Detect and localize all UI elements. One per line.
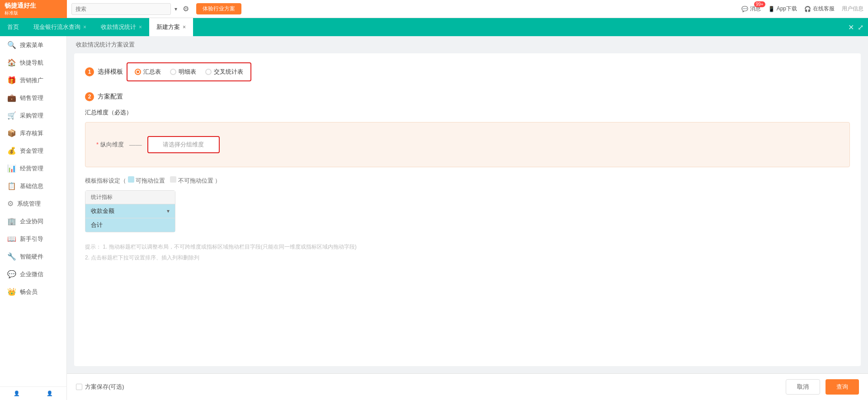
enterprise-icon: 🏢: [7, 217, 16, 226]
tab-bar: 首页 现金银行流水查询 × 收款情况统计 × 新建方案 × ✕ ⤢: [0, 18, 868, 36]
tab-home[interactable]: 首页: [0, 18, 26, 36]
tab-new-plan[interactable]: 新建方案 ×: [149, 18, 193, 36]
sidebar-basic-label: 基础信息: [20, 182, 43, 190]
indicator-subtotal: 合计: [85, 218, 175, 232]
search-input[interactable]: [71, 3, 171, 15]
sidebar-avatar1[interactable]: 👤: [14, 391, 20, 396]
option-cross[interactable]: 交叉统计表: [205, 68, 243, 76]
logo: 畅捷通好生 标准版: [0, 0, 67, 18]
legend-draggable-box: [128, 176, 134, 183]
sidebar-item-marketing[interactable]: 🎁 营销推广: [0, 71, 66, 89]
sidebar-member-label: 畅会员: [20, 288, 38, 296]
system-icon: ⚙: [7, 199, 14, 208]
weixin-icon: 💬: [7, 270, 16, 278]
sidebar-item-operation[interactable]: 📊 经营管理: [0, 160, 66, 177]
sidebar-item-hardware[interactable]: 🔧 智能硬件: [0, 248, 66, 265]
tab-bank-close[interactable]: ×: [83, 24, 86, 30]
save-checkbox[interactable]: [76, 384, 82, 390]
sidebar-marketing-label: 营销推广: [20, 76, 43, 85]
legend-fixed-box: [170, 176, 176, 183]
page-title: 收款情况统计方案设置: [67, 36, 868, 53]
sales-icon: 💼: [7, 94, 16, 102]
step2-title: 方案配置: [98, 93, 123, 101]
option-detail[interactable]: 明细表: [170, 68, 196, 76]
indicators-header: 模板指标设定（ 可拖动位置 不可拖动位置 ）: [85, 176, 850, 185]
download-button[interactable]: 📱 App下载: [768, 5, 797, 13]
tab-maximize[interactable]: ⤢: [858, 23, 863, 32]
stat-label: 统计指标: [85, 191, 175, 204]
step2-header: 2 方案配置: [85, 92, 850, 101]
home-icon: 🏠: [7, 58, 16, 67]
sidebar-item-sales[interactable]: 💼 销售管理: [0, 89, 66, 107]
sidebar-item-enterprise[interactable]: 🏢 企业协同: [0, 212, 66, 230]
step2-section: 2 方案配置 汇总维度（必选） * 纵向维度 ——: [85, 92, 850, 263]
sidebar-search-label: 搜索菜单: [20, 41, 43, 49]
radio-cross[interactable]: [205, 69, 212, 75]
step1-header: 1 选择模板 汇总表 明细表 交叉统计表: [85, 62, 850, 81]
radio-detail[interactable]: [170, 69, 176, 75]
tab-home-label: 首页: [7, 23, 19, 31]
tab-receipt-close[interactable]: ×: [139, 24, 142, 30]
message-icon: 💬: [741, 6, 748, 12]
template-options: 汇总表 明细表 交叉统计表: [127, 62, 251, 81]
dimension-select[interactable]: 请选择分组维度: [147, 136, 220, 153]
sidebar-item-finance[interactable]: 💰 资金管理: [0, 142, 66, 160]
support-icon: 🎧: [804, 6, 811, 12]
sidebar-item-inventory[interactable]: 📦 库存核算: [0, 124, 66, 142]
step1-section: 1 选择模板 汇总表 明细表 交叉统计表: [85, 62, 850, 81]
user-info: 用户信息: [842, 5, 863, 13]
tab-new-label: 新建方案: [156, 23, 180, 31]
download-icon: 📱: [768, 6, 775, 12]
cancel-button[interactable]: 取消: [786, 379, 820, 395]
sidebar-item-basic[interactable]: 📋 基础信息: [0, 177, 66, 195]
sidebar-finance-label: 资金管理: [20, 147, 43, 155]
purchase-icon: 🛒: [7, 111, 16, 120]
step1-number: 1: [85, 67, 94, 76]
dim-req-mark: * 纵向维度: [96, 141, 124, 149]
tab-bank-label: 现金银行流水查询: [33, 23, 80, 31]
bottom-bar: 方案保存(可选) 取消 查询: [67, 373, 868, 400]
option-summary[interactable]: 汇总表: [135, 68, 161, 76]
tab-new-close[interactable]: ×: [183, 24, 186, 30]
tag-dropdown-icon[interactable]: ▾: [167, 208, 170, 214]
dimension-label: 汇总维度（必选）: [85, 108, 850, 117]
sidebar-item-quicknav[interactable]: 🏠 快捷导航: [0, 54, 66, 71]
sidebar: 🔍 搜索菜单 🏠 快捷导航 🎁 营销推广 💼 销售管理 🛒 采购管理 📦 库存核…: [0, 36, 67, 400]
sidebar-quicknav-label: 快捷导航: [20, 59, 43, 67]
step2-number: 2: [85, 92, 94, 101]
tab-close-all[interactable]: ✕: [848, 23, 854, 32]
sidebar-item-weixin[interactable]: 💬 企业微信: [0, 265, 66, 283]
tips-section: 提示： 1. 拖动标题栏可以调整布局，不可跨维度或指标区域拖动栏目字段(只能在同…: [85, 241, 850, 263]
tab-bank-query[interactable]: 现金银行流水查询 ×: [26, 18, 94, 36]
inventory-icon: 📦: [7, 129, 16, 137]
sidebar-item-guide[interactable]: 📖 新手引导: [0, 230, 66, 248]
sidebar-item-purchase[interactable]: 🛒 采购管理: [0, 107, 66, 124]
gear-icon[interactable]: ⚙: [183, 5, 189, 13]
sidebar-inventory-label: 库存核算: [20, 129, 43, 137]
sidebar-item-search[interactable]: 🔍 搜索菜单: [0, 36, 66, 54]
sidebar-item-member[interactable]: 👑 畅会员: [0, 283, 66, 301]
indicator-table: 统计指标 收款金额 ▾ 合计: [85, 190, 175, 232]
save-label: 方案保存(可选): [85, 383, 124, 391]
query-button[interactable]: 查询: [826, 379, 859, 395]
search-icon: 🔍: [7, 41, 16, 49]
tab-receipt-stat[interactable]: 收款情况统计 ×: [94, 18, 149, 36]
trial-button[interactable]: 体验行业方案: [196, 3, 241, 14]
message-button[interactable]: 💬 消息 99+: [741, 5, 761, 13]
support-button[interactable]: 🎧 在线客服: [804, 5, 835, 13]
gift-icon: 🎁: [7, 76, 16, 85]
logo-sub: 标准版: [5, 10, 36, 16]
sidebar-enterprise-label: 企业协同: [20, 217, 43, 226]
bottom-actions: 取消 查询: [786, 379, 859, 395]
radio-summary[interactable]: [135, 69, 141, 75]
sidebar-purchase-label: 采购管理: [20, 112, 43, 120]
sidebar-avatar2[interactable]: 👤: [47, 391, 53, 396]
main-card: 1 选择模板 汇总表 明细表 交叉统计表: [74, 53, 861, 366]
finance-icon: 💰: [7, 146, 16, 155]
dropdown-arrow[interactable]: ▾: [175, 6, 177, 12]
indicator-receipt-amount[interactable]: 收款金额 ▾: [85, 204, 175, 218]
sidebar-system-label: 系统管理: [17, 200, 41, 208]
tips-detail: 2. 点击标题栏下拉可设置排序、插入列和删除列: [85, 252, 850, 263]
sidebar-item-system[interactable]: ⚙ 系统管理: [0, 195, 66, 212]
sidebar-sales-label: 销售管理: [20, 94, 43, 102]
